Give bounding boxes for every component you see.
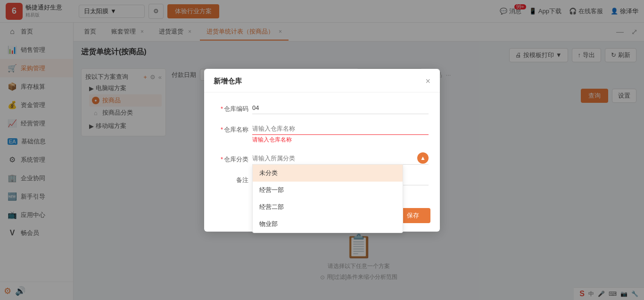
name-field-wrap: 请输入仓库名称 [252, 123, 429, 144]
form-row-name: *仓库名称 请输入仓库名称 [215, 123, 429, 144]
add-warehouse-modal: 新增仓库 × *仓库编码 *仓库名称 请输入仓库名称 [204, 69, 440, 232]
dropdown-item-uncategorized[interactable]: 未分类 [253, 165, 403, 182]
modal-close-button[interactable]: × [425, 76, 430, 86]
modal-body: *仓库编码 *仓库名称 请输入仓库名称 *仓库分类 [204, 92, 440, 203]
dropdown-item-dept1[interactable]: 经营一部 [253, 182, 403, 199]
form-row-category: *仓库分类 ▲ 未分类 经营一部 经营二部 物业部 [215, 152, 429, 165]
name-input[interactable] [252, 123, 429, 135]
name-label: *仓库名称 [215, 123, 248, 134]
form-row-code: *仓库编码 [215, 102, 429, 114]
dropdown-item-dept2[interactable]: 经营二部 [253, 199, 403, 216]
category-arrow-button[interactable]: ▲ [417, 152, 429, 164]
modal-title: 新增仓库 [214, 77, 242, 86]
code-label: *仓库编码 [215, 102, 248, 113]
remark-label: 备注 [215, 173, 248, 184]
code-input[interactable] [252, 102, 429, 114]
dropdown-item-property[interactable]: 物业部 [253, 216, 403, 233]
modal-overlay: 新增仓库 × *仓库编码 *仓库名称 请输入仓库名称 [0, 0, 644, 300]
category-dropdown: 未分类 经营一部 经营二部 物业部 [252, 164, 403, 233]
category-label: *仓库分类 [215, 152, 248, 164]
modal-header: 新增仓库 × [204, 69, 440, 92]
name-error-msg: 请输入仓库名称 [252, 136, 429, 144]
category-input[interactable] [252, 152, 417, 164]
category-select-wrap: ▲ 未分类 经营一部 经营二部 物业部 [252, 152, 429, 165]
